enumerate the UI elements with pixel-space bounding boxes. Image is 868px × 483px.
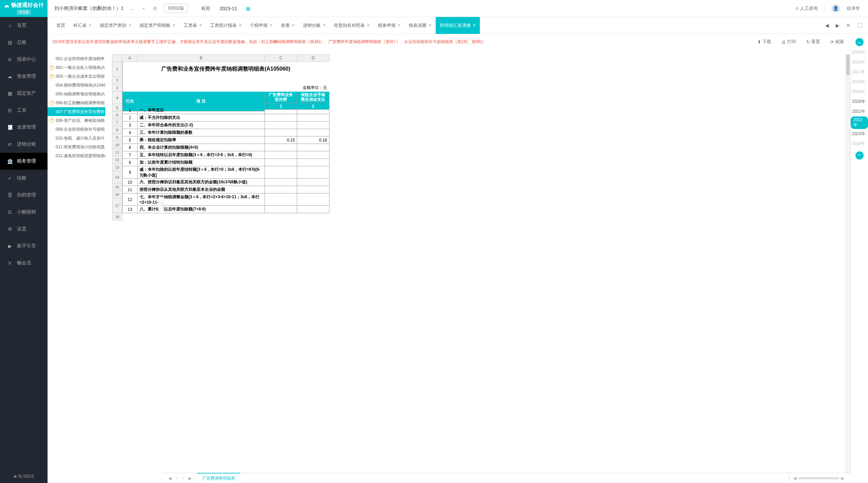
sidebar-item[interactable]: ▤总账	[0, 34, 48, 51]
scroll-down-icon[interactable]: ︾	[855, 151, 864, 160]
value-cell[interactable]	[297, 107, 329, 114]
row-header[interactable]: 12	[112, 156, 122, 164]
close-icon[interactable]: ✕	[128, 23, 131, 27]
unpin-button[interactable]: ◀ 取消固定	[0, 469, 48, 483]
value-cell[interactable]	[265, 122, 297, 129]
value-cell[interactable]	[265, 151, 297, 159]
sidebar-item[interactable]: ⚙设置	[0, 221, 48, 238]
value-cell[interactable]	[265, 114, 297, 122]
year-item[interactable]: 2018年	[851, 77, 868, 87]
tab[interactable]: 税表清册✕	[405, 17, 436, 34]
close-icon[interactable]: ✕	[323, 23, 326, 27]
value-cell[interactable]	[297, 114, 329, 122]
support-link[interactable]: ⊙ 人工咨询	[795, 5, 818, 12]
form-list-item[interactable]: ?008-资产折旧、摊销及纳税…	[48, 116, 105, 125]
tab[interactable]: 进销台账✕	[299, 17, 330, 34]
print-button[interactable]: 🖨 打印	[781, 39, 796, 45]
close-icon[interactable]: ✕	[367, 23, 370, 27]
row-header[interactable]: 5	[112, 104, 122, 111]
year-item[interactable]: 2021年	[851, 107, 868, 116]
sidebar-item[interactable]: 🗄归档管理	[0, 187, 48, 204]
download-button[interactable]: ⬇ 下载	[757, 39, 771, 45]
calendar-icon[interactable]: ▦	[246, 6, 250, 11]
help-icon[interactable]: ?	[50, 101, 54, 105]
tab[interactable]: 税务申报✕	[374, 17, 405, 34]
sidebar-item[interactable]: ▶新手引导	[0, 238, 48, 255]
close-icon[interactable]: ✕	[199, 23, 202, 27]
col-header[interactable]: D	[297, 54, 329, 62]
value-cell[interactable]: 0.18	[297, 136, 329, 144]
help-icon[interactable]: ?	[50, 74, 54, 79]
sheet-tab[interactable]: 广宣费调整明细表	[197, 473, 240, 483]
form-list-item[interactable]: 007-广告费和业务宣传费跨…	[48, 107, 105, 116]
row-header[interactable]: 6	[112, 111, 122, 119]
tab[interactable]: 工资表✕	[180, 17, 206, 34]
value-cell[interactable]	[297, 144, 329, 151]
value-cell[interactable]	[297, 129, 329, 136]
sheet-prev-icon[interactable]: ‹	[174, 475, 180, 481]
tab[interactable]: 发票✕	[277, 17, 299, 34]
sidebar-item[interactable]: 🧾发票管理	[0, 119, 48, 136]
form-list-item[interactable]: 004-期间费用明细表(A1040…	[48, 81, 105, 90]
row-header[interactable]: 17	[112, 198, 122, 213]
form-list-item[interactable]: 012-减免所得税优惠明细表(…	[48, 151, 105, 160]
switch-old-button[interactable]: 切到旧版	[164, 4, 188, 13]
col-header[interactable]: A	[122, 54, 138, 62]
tab[interactable]: 固定资产类别✕	[96, 17, 135, 34]
tab[interactable]: 存货别名对照表✕	[330, 17, 374, 34]
tab[interactable]: 工资统计报表✕	[206, 17, 246, 34]
year-item[interactable]: 2023年	[851, 129, 868, 139]
avatar[interactable]: 👤	[832, 4, 840, 13]
value-cell[interactable]	[297, 166, 329, 179]
tab[interactable]: 所得税汇算清缴✕	[436, 17, 480, 34]
value-cell[interactable]	[265, 144, 297, 151]
row-header[interactable]: 11	[112, 149, 122, 156]
close-icon[interactable]: ✕	[473, 23, 476, 27]
sidebar-item[interactable]: ✓结账	[0, 170, 48, 187]
form-list-item[interactable]: 011-研发费用加计扣除优惠…	[48, 143, 105, 151]
year-item[interactable]: 2022年	[851, 116, 868, 129]
close-icon[interactable]: ✕	[429, 23, 432, 27]
col-header[interactable]: C	[265, 54, 297, 62]
tab[interactable]: 个税申报✕	[246, 17, 277, 34]
sidebar-item[interactable]: ⇄进销台账	[0, 136, 48, 153]
value-cell[interactable]	[297, 159, 329, 166]
help-icon[interactable]: ?	[50, 66, 54, 70]
sidebar-item[interactable]: ılı报表中心	[0, 51, 48, 68]
row-header[interactable]: 14	[112, 171, 122, 183]
plus-icon[interactable]: ＋	[141, 5, 146, 12]
tab-close-all-icon[interactable]: ✕	[845, 21, 852, 30]
form-list-item[interactable]: ?006-职工薪酬纳税调整明细…	[48, 98, 105, 107]
row-header[interactable]: 7	[112, 119, 122, 126]
row-header[interactable]: 4	[112, 92, 122, 104]
form-list-item[interactable]: 010-免税、减计收入及加计…	[48, 134, 105, 143]
collapse-handle[interactable]: 《	[158, 197, 164, 214]
sidebar-item[interactable]: ▦固定资产	[0, 85, 48, 102]
form-list-item[interactable]: 001-企业所得税年度纳税申…	[48, 54, 105, 63]
year-item[interactable]: 2017年	[851, 67, 868, 77]
reset-button[interactable]: ↻ 重置	[806, 39, 820, 45]
sidebar-item[interactable]: G小畅报销	[0, 204, 48, 221]
row-header[interactable]: 10	[112, 141, 122, 149]
form-list-item[interactable]: ?002-一般企业收入明细表(A1…	[48, 63, 105, 72]
close-icon[interactable]: ✕	[89, 23, 92, 27]
year-item[interactable]: 2024年	[851, 139, 868, 149]
row-header[interactable]: 16	[112, 191, 122, 198]
value-cell[interactable]	[265, 193, 297, 206]
sheet-last-icon[interactable]: ▶	[186, 475, 194, 481]
row-header[interactable]: 2	[112, 77, 122, 84]
row-header[interactable]: 9	[112, 134, 122, 141]
value-cell[interactable]	[297, 179, 329, 186]
row-header[interactable]: 1	[112, 62, 122, 77]
year-item[interactable]: 2020年	[851, 97, 868, 107]
value-cell[interactable]: 0.15	[265, 136, 297, 144]
tab-prev-icon[interactable]: ◀	[824, 21, 830, 30]
tab-next-icon[interactable]: ▶	[834, 21, 841, 30]
help-icon[interactable]: ?	[50, 118, 54, 123]
account-selector[interactable]: 刘小艳演示账套（勿删勿动！）1	[48, 5, 130, 12]
sidebar-item[interactable]: ☁资金管理	[0, 68, 48, 85]
refresh-button[interactable]: ⟳ 刷新	[830, 39, 844, 45]
form-list-item[interactable]: 005-纳税调整项目明细表(A1…	[48, 90, 105, 98]
chevron-down-icon[interactable]: ⌄	[130, 6, 134, 11]
sheet-corner[interactable]	[112, 54, 122, 62]
